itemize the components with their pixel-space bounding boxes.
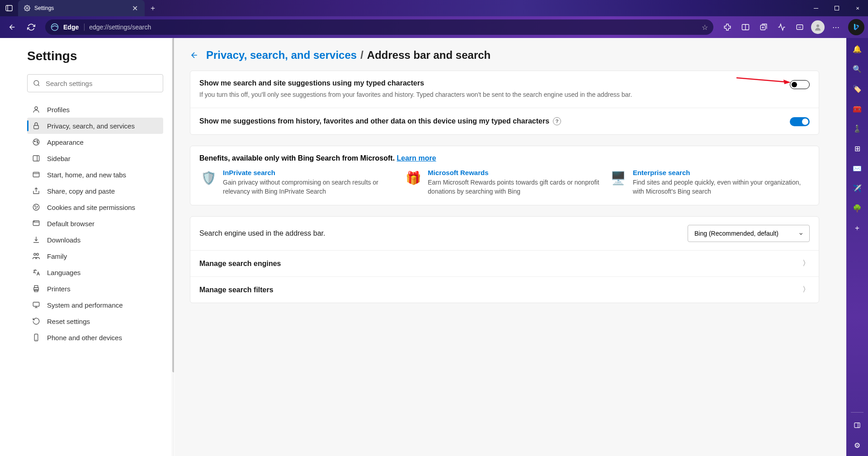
minimize-button[interactable]	[806, 0, 826, 16]
sidebar-item-start[interactable]: Start, home, and new tabs	[27, 166, 163, 183]
svg-point-33	[34, 253, 36, 256]
browser-icon	[32, 219, 41, 228]
lock-icon	[32, 122, 41, 130]
svg-rect-45	[854, 423, 860, 428]
search-engine-dropdown[interactable]: Bing (Recommended, default)	[688, 225, 810, 242]
svg-point-13	[816, 24, 819, 27]
sidebar-item-share[interactable]: Share, copy and paste	[27, 183, 163, 199]
performance-icon[interactable]	[773, 19, 790, 36]
svg-point-14	[34, 81, 39, 86]
svg-line-43	[736, 78, 785, 82]
nav-label: Family	[47, 252, 67, 260]
sidebar-item-downloads[interactable]: Downloads	[27, 232, 163, 248]
benefit-enterprise: 🖥️ Enterprise searchFind sites and peopl…	[609, 169, 810, 196]
search-settings-field[interactable]	[46, 80, 157, 87]
nav-label: System and performance	[47, 301, 123, 309]
tools-icon[interactable]: 🧰	[850, 101, 864, 116]
local-suggestions-toggle[interactable]	[790, 117, 810, 126]
notifications-icon[interactable]: 🔔	[850, 42, 864, 56]
sidebar-item-family[interactable]: Family	[27, 248, 163, 264]
rewards-icon: 🎁	[404, 169, 422, 187]
screenshot-icon[interactable]: vx	[791, 19, 808, 36]
games-icon[interactable]: ♟️	[850, 121, 864, 136]
more-menu-icon[interactable]: ⋯	[827, 19, 844, 36]
address-bar[interactable]: Edge edge://settings/search ☆	[45, 19, 713, 35]
hide-sidebar-icon[interactable]	[850, 418, 864, 432]
sidebar-item-appearance[interactable]: Appearance	[27, 134, 163, 150]
refresh-button[interactable]	[23, 19, 40, 36]
manage-search-engines-row[interactable]: Manage search engines 〉	[190, 251, 819, 277]
new-tab-button[interactable]: ＋	[145, 4, 161, 13]
sidebar-item-phone[interactable]: Phone and other devices	[27, 329, 163, 346]
bing-sidebar-button[interactable]	[848, 19, 864, 35]
profile-avatar[interactable]	[809, 19, 826, 36]
annotation-arrow-icon	[736, 76, 791, 85]
svg-point-27	[35, 206, 36, 207]
breadcrumb-sep: /	[360, 49, 363, 62]
outlook-icon[interactable]: ✉️	[850, 161, 864, 176]
shield-search-icon: 🛡️	[199, 169, 217, 187]
sidebar-item-profiles[interactable]: Profiles	[27, 101, 163, 118]
search-settings-input[interactable]	[27, 74, 163, 92]
sidebar-item-cookies[interactable]: Cookies and site permissions	[27, 199, 163, 215]
close-window-button[interactable]: ✕	[847, 0, 868, 16]
svg-point-2	[26, 7, 28, 9]
svg-point-32	[34, 221, 34, 222]
reset-icon	[32, 317, 41, 325]
setting-desc: If you turn this off, you'll only see su…	[199, 90, 783, 100]
sidebar-item-system[interactable]: System and performance	[27, 297, 163, 313]
nav-label: Appearance	[47, 138, 84, 146]
svg-rect-38	[33, 302, 39, 306]
search-side-icon[interactable]: 🔍	[850, 62, 864, 76]
row-label: Manage search engines	[199, 260, 795, 268]
sidebar-item-sidebar[interactable]: Sidebar	[27, 150, 163, 166]
phone-icon	[32, 333, 41, 342]
split-screen-icon[interactable]	[737, 19, 754, 36]
settings-sidebar: Settings Profiles Privacy, search, and s…	[0, 38, 175, 456]
row-label: Manage search filters	[199, 286, 795, 294]
sidebar-item-privacy[interactable]: Privacy, search, and services	[27, 118, 163, 134]
nav-label: Profiles	[47, 106, 70, 114]
cookie-icon	[32, 203, 41, 211]
learn-more-link[interactable]: Learn more	[397, 154, 436, 162]
settings-title: Settings	[27, 49, 163, 63]
suggestions-card: Show me search and site suggestions usin…	[190, 71, 819, 135]
sidebar-item-languages[interactable]: Languages	[27, 264, 163, 280]
manage-search-filters-row[interactable]: Manage search filters 〉	[190, 277, 819, 303]
close-tab-icon[interactable]: ✕	[130, 4, 139, 13]
sidebar-item-reset[interactable]: Reset settings	[27, 313, 163, 329]
svg-rect-0	[6, 5, 12, 11]
search-suggestions-toggle[interactable]	[790, 80, 810, 89]
chevron-right-icon: 〉	[802, 259, 810, 268]
svg-point-16	[35, 107, 38, 109]
browser-tab[interactable]: Settings ✕	[18, 0, 145, 16]
send-icon[interactable]: ✈️	[850, 181, 864, 195]
setting-title: Show me suggestions from history, favori…	[199, 117, 549, 125]
shopping-icon[interactable]: 🏷️	[850, 81, 864, 96]
tree-icon[interactable]: 🌳	[850, 201, 864, 215]
maximize-button[interactable]	[826, 0, 847, 16]
scrollbar[interactable]	[172, 38, 175, 372]
back-arrow-icon[interactable]	[190, 51, 199, 60]
sidebar-item-default-browser[interactable]: Default browser	[27, 215, 163, 232]
tab-title: Settings	[34, 5, 127, 11]
sidebar-settings-icon[interactable]: ⚙	[850, 438, 864, 452]
help-icon[interactable]: ?	[553, 117, 561, 125]
dropdown-value: Bing (Recommended, default)	[694, 230, 778, 237]
tab-actions-icon[interactable]	[0, 5, 18, 12]
back-button[interactable]	[4, 19, 21, 36]
search-engine-label: Search engine used in the address bar.	[199, 229, 680, 238]
extensions-icon[interactable]	[719, 19, 736, 36]
office-icon[interactable]: ⊞	[850, 141, 864, 156]
add-side-icon[interactable]: ＋	[850, 221, 864, 235]
breadcrumb-parent-link[interactable]: Privacy, search, and services	[206, 49, 357, 62]
tab-icon	[32, 171, 41, 179]
favorite-icon[interactable]: ☆	[702, 23, 708, 32]
collections-icon[interactable]	[755, 19, 772, 36]
svg-rect-22	[33, 156, 39, 161]
window-titlebar: Settings ✕ ＋ ✕	[0, 0, 868, 16]
sidebar-item-printers[interactable]: Printers	[27, 280, 163, 297]
nav-label: Privacy, search, and services	[47, 122, 135, 130]
benefits-card: Benefits, available only with Bing Searc…	[190, 146, 819, 205]
benefit-title: Microsoft Rewards	[428, 169, 604, 176]
